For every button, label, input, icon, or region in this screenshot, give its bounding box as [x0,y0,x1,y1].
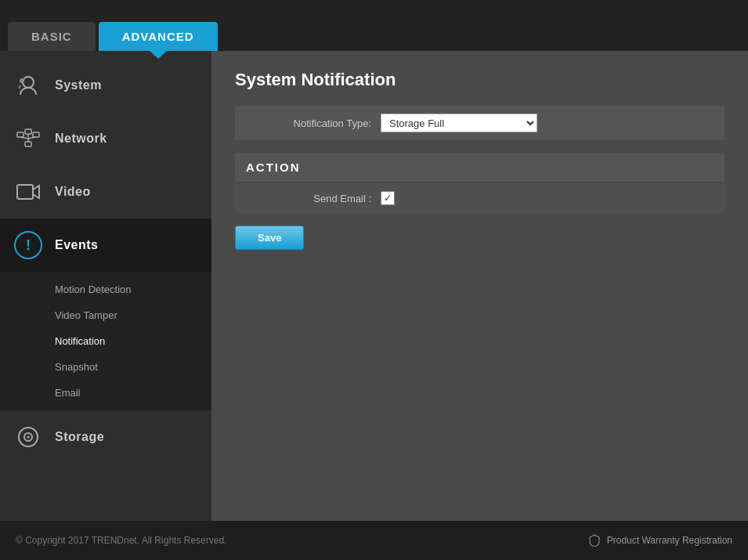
svg-point-1 [20,78,24,83]
send-email-checkbox-wrapper[interactable]: ✓ [381,191,395,205]
svg-point-0 [23,77,34,88]
notification-type-row: Notification Type: Storage Full Motion D… [235,106,725,140]
sidebar-item-notification[interactable]: Notification [0,328,211,354]
sidebar-item-network[interactable]: Network [0,112,211,165]
video-icon [13,176,44,208]
footer: © Copyright 2017 TRENDnet. All Rights Re… [0,521,748,560]
svg-rect-4 [25,129,31,134]
sidebar-item-email[interactable]: Email [0,380,211,406]
send-email-label: Send Email : [246,193,371,204]
system-icon [13,70,44,101]
sidebar-item-network-label: Network [55,132,107,146]
action-header: ACTION [235,153,725,182]
events-icon: ! [13,229,44,261]
tab-basic[interactable]: BASIC [8,22,96,51]
footer-right: Product Warranty Registration [588,534,732,547]
shield-icon [588,534,601,547]
notification-type-select[interactable]: Storage Full Motion Detection Video Tamp… [381,114,537,132]
sidebar-item-video-tamper[interactable]: Video Tamper [0,302,211,328]
svg-line-9 [28,137,36,139]
main-panel: System Notification Notification Type: S… [211,51,748,521]
action-row: Send Email : ✓ [235,183,725,213]
tab-bar: BASIC ADVANCED [0,0,748,51]
sidebar-item-video[interactable]: Video [0,165,211,219]
svg-marker-11 [33,186,39,198]
storage-icon [13,421,44,453]
svg-rect-3 [17,132,23,137]
sidebar-item-storage[interactable]: Storage [0,410,211,464]
svg-rect-10 [17,185,33,199]
sidebar-item-events[interactable]: ! Events [0,219,211,272]
svg-rect-5 [33,132,39,137]
sidebar-item-system-label: System [55,78,102,92]
page-title: System Notification [235,70,725,90]
sidebar-item-storage-label: Storage [55,430,104,444]
sidebar-item-video-label: Video [55,185,91,199]
svg-point-14 [27,436,30,439]
sidebar-item-events-label: Events [55,238,98,252]
copyright-text: © Copyright 2017 TRENDnet. All Rights Re… [16,535,226,546]
svg-line-2 [19,85,20,89]
sidebar-item-motion-detection[interactable]: Motion Detection [0,276,211,302]
content-row: System Network [0,51,748,521]
svg-rect-6 [25,142,31,146]
sidebar-item-system[interactable]: System [0,59,211,112]
send-email-checkbox[interactable]: ✓ [381,191,395,205]
svg-line-8 [20,137,28,139]
sidebar: System Network [0,51,211,521]
warranty-label[interactable]: Product Warranty Registration [607,535,732,546]
events-submenu: Motion Detection Video Tamper Notificati… [0,272,211,410]
notification-type-label: Notification Type: [246,117,371,129]
save-button[interactable]: Save [235,226,304,250]
tab-advanced[interactable]: ADVANCED [99,22,218,51]
sidebar-item-snapshot[interactable]: Snapshot [0,354,211,380]
network-icon [13,123,44,154]
